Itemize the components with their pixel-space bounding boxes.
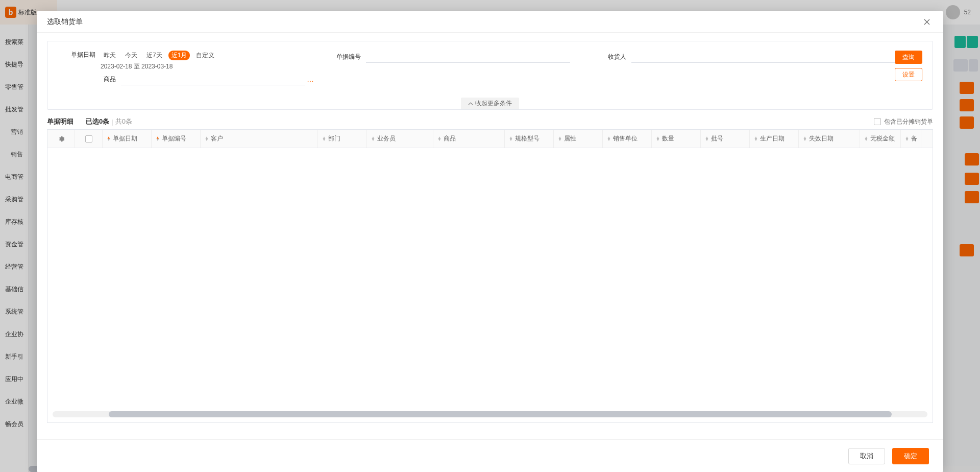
column-header-remark[interactable]: ▲▼备 bbox=[901, 130, 921, 148]
sort-icon[interactable]: ▲▼ bbox=[107, 137, 111, 141]
column-label: 属性 bbox=[564, 134, 576, 143]
column-label: 批号 bbox=[711, 134, 723, 143]
sort-icon[interactable]: ▲▼ bbox=[558, 137, 562, 141]
column-header-gear[interactable] bbox=[47, 130, 75, 148]
modal-body: 单据日期 昨天 今天 近7天 近1月 自定义 2023-02-18 至 2023… bbox=[37, 33, 943, 439]
sort-icon[interactable]: ▲▼ bbox=[205, 137, 209, 141]
include-allocated-label: 包含已分摊销货单 bbox=[884, 117, 933, 126]
column-header-date[interactable]: ▲▼单据日期 bbox=[103, 130, 152, 148]
results-table: ▲▼单据日期▲▼单据编号▲▼客户▲▼部门▲▼业务员▲▼商品▲▼规格型号▲▼属性▲… bbox=[47, 129, 933, 423]
date-range-display: 2023-02-18 至 2023-03-18 bbox=[101, 62, 217, 71]
column-header-customer[interactable]: ▲▼客户 bbox=[201, 130, 318, 148]
modal-footer: 取消 确定 bbox=[37, 439, 943, 472]
modal-close-button[interactable] bbox=[921, 16, 933, 28]
sort-icon[interactable]: ▲▼ bbox=[322, 137, 326, 141]
column-label: 部门 bbox=[328, 134, 340, 143]
date-quick-today[interactable]: 今天 bbox=[122, 51, 140, 60]
column-header-sales[interactable]: ▲▼业务员 bbox=[367, 130, 433, 148]
sort-icon[interactable]: ▲▼ bbox=[905, 137, 909, 141]
table-header: ▲▼单据日期▲▼单据编号▲▼客户▲▼部门▲▼业务员▲▼商品▲▼规格型号▲▼属性▲… bbox=[47, 130, 933, 148]
sort-icon[interactable]: ▲▼ bbox=[656, 137, 660, 141]
filter-product-more[interactable]: … bbox=[305, 75, 316, 83]
filter-receiver-input[interactable] bbox=[631, 51, 909, 63]
column-header-unit[interactable]: ▲▼销售单位 bbox=[603, 130, 652, 148]
sort-icon[interactable]: ▲▼ bbox=[509, 137, 513, 141]
column-label: 商品 bbox=[444, 134, 456, 143]
column-header-spec[interactable]: ▲▼规格型号 bbox=[505, 130, 554, 148]
column-label: 客户 bbox=[211, 134, 223, 143]
column-label: 销售单位 bbox=[613, 134, 638, 143]
select-sales-order-modal: 选取销货单 单据日期 昨天 今天 近7天 近1月 自定义 bbox=[37, 11, 943, 472]
result-summary-row: 单据明细 已选0条 | 共0条 包含已分摊销货单 bbox=[47, 117, 933, 126]
date-quick-last7[interactable]: 近7天 bbox=[143, 51, 165, 60]
table-hscroll-thumb[interactable] bbox=[109, 411, 892, 417]
date-quick-yesterday[interactable]: 昨天 bbox=[101, 51, 119, 60]
sort-icon[interactable]: ▲▼ bbox=[864, 137, 868, 141]
column-header-attr[interactable]: ▲▼属性 bbox=[554, 130, 603, 148]
total-count: 共0条 bbox=[115, 117, 132, 126]
filter-date-label: 单据日期 bbox=[60, 51, 95, 59]
include-allocated-checkbox[interactable] bbox=[874, 118, 881, 125]
query-button[interactable]: 查询 bbox=[895, 51, 922, 64]
search-action-buttons: 查询 设置 bbox=[895, 51, 922, 81]
close-icon bbox=[924, 19, 930, 25]
column-label: 业务员 bbox=[377, 134, 396, 143]
sort-icon[interactable]: ▲▼ bbox=[156, 137, 160, 141]
column-label: 备 bbox=[911, 134, 917, 143]
column-label: 失效日期 bbox=[809, 134, 834, 143]
column-header-qty[interactable]: ▲▼数量 bbox=[652, 130, 701, 148]
column-header-batch[interactable]: ▲▼批号 bbox=[701, 130, 750, 148]
tab-detail[interactable]: 单据明细 bbox=[47, 117, 74, 126]
selected-count: 已选0条 bbox=[86, 117, 109, 126]
sort-icon[interactable]: ▲▼ bbox=[705, 137, 709, 141]
column-label: 无税金额 bbox=[870, 134, 895, 143]
column-label: 生产日期 bbox=[760, 134, 785, 143]
filter-product-label: 商品 bbox=[60, 75, 116, 84]
sort-icon[interactable]: ▲▼ bbox=[754, 137, 758, 141]
modal-title: 选取销货单 bbox=[47, 17, 83, 27]
select-all-checkbox[interactable] bbox=[85, 135, 92, 143]
collapse-conditions-toggle[interactable]: 收起更多条件 bbox=[461, 98, 519, 109]
filter-docno-label: 单据编号 bbox=[325, 53, 361, 61]
filter-receiver-label: 收货人 bbox=[591, 53, 626, 61]
date-quick-picker: 昨天 今天 近7天 近1月 自定义 bbox=[101, 51, 217, 60]
date-quick-last1m[interactable]: 近1月 bbox=[168, 51, 190, 60]
collapse-label: 收起更多条件 bbox=[475, 99, 512, 108]
column-header-chk[interactable] bbox=[75, 130, 103, 148]
search-panel: 单据日期 昨天 今天 近7天 近1月 自定义 2023-02-18 至 2023… bbox=[47, 41, 933, 110]
sort-icon[interactable]: ▲▼ bbox=[437, 137, 442, 141]
chevron-up-icon bbox=[468, 102, 473, 106]
sort-icon[interactable]: ▲▼ bbox=[371, 137, 375, 141]
table-horizontal-scrollbar[interactable] bbox=[53, 411, 927, 417]
column-label: 数量 bbox=[662, 134, 674, 143]
modal-header: 选取销货单 bbox=[37, 11, 943, 33]
date-quick-custom[interactable]: 自定义 bbox=[193, 51, 217, 60]
column-header-prod_date[interactable]: ▲▼生产日期 bbox=[750, 130, 799, 148]
filter-docno-input[interactable] bbox=[366, 51, 570, 63]
column-label: 单据编号 bbox=[162, 134, 186, 143]
sort-icon[interactable]: ▲▼ bbox=[607, 137, 611, 141]
column-header-no[interactable]: ▲▼单据编号 bbox=[152, 130, 201, 148]
column-label: 单据日期 bbox=[113, 134, 137, 143]
filter-product-input[interactable] bbox=[121, 73, 305, 85]
column-header-product[interactable]: ▲▼商品 bbox=[433, 130, 505, 148]
sort-icon[interactable]: ▲▼ bbox=[803, 137, 807, 141]
column-label: 规格型号 bbox=[515, 134, 540, 143]
column-header-dept[interactable]: ▲▼部门 bbox=[318, 130, 367, 148]
confirm-button[interactable]: 确定 bbox=[892, 448, 929, 464]
gear-icon bbox=[58, 135, 65, 143]
settings-button[interactable]: 设置 bbox=[895, 68, 922, 81]
column-header-expire[interactable]: ▲▼失效日期 bbox=[799, 130, 860, 148]
cancel-button[interactable]: 取消 bbox=[848, 448, 885, 464]
column-header-pretax[interactable]: ▲▼无税金额 bbox=[860, 130, 901, 148]
